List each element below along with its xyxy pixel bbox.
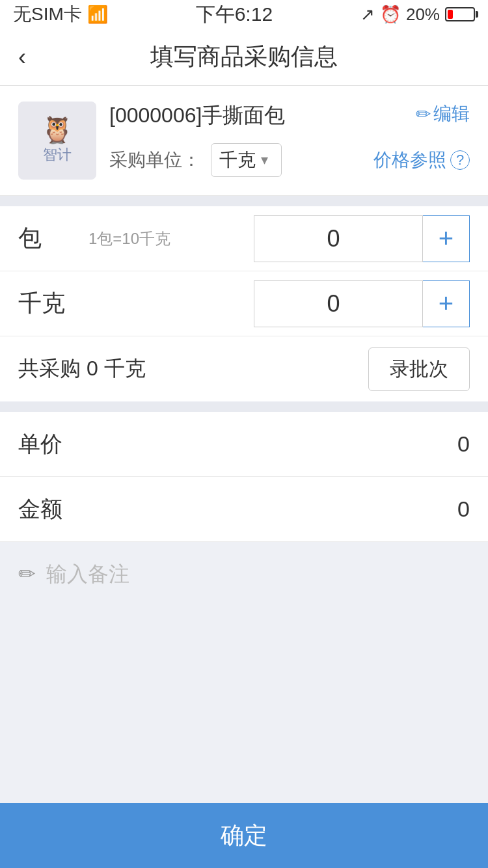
status-left: 无SIM卡 📶 [13, 2, 108, 27]
price-ref-help-icon: ? [450, 150, 470, 170]
product-card: 🦉 智计 [0000006]手撕面包 ✏ 编辑 采购单位： 千克 ▾ 价格参照 … [0, 86, 488, 196]
unit-price-row: 单价 0 [0, 412, 488, 477]
bag-plus-button[interactable]: + [423, 215, 470, 262]
bag-sublabel: 1包=10千克 [88, 228, 254, 249]
confirm-label: 确定 [221, 820, 267, 852]
unit-dropdown-arrow: ▾ [261, 152, 268, 169]
bag-input-wrapper: + [254, 215, 470, 262]
price-ref-label: 价格参照 [373, 148, 446, 172]
carrier-text: 无SIM卡 [13, 2, 82, 27]
section-divider-1 [0, 196, 488, 206]
unit-label: 采购单位： [109, 148, 200, 172]
bag-quantity-row: 包 1包=10千克 + [0, 206, 488, 271]
section-divider-2 [0, 401, 488, 412]
kg-plus-button[interactable]: + [423, 280, 470, 327]
battery-percent: 20% [406, 5, 440, 25]
back-button[interactable]: ‹ [18, 44, 26, 71]
unit-price-label: 单价 [18, 429, 62, 459]
unit-value: 千克 [219, 148, 256, 172]
time-display: 下午6:12 [196, 1, 273, 28]
product-info: [0000006]手撕面包 ✏ 编辑 采购单位： 千克 ▾ 价格参照 ? [109, 102, 470, 177]
kg-quantity-input[interactable] [254, 280, 423, 327]
bag-label: 包 [18, 223, 83, 254]
price-ref-button[interactable]: 价格参照 ? [373, 148, 470, 172]
alarm-icon: ⏰ [380, 5, 401, 25]
status-right: ↗ ⏰ 20% [360, 5, 475, 25]
product-image: 🦉 智计 [18, 102, 96, 180]
kg-quantity-row: 千克 + [0, 271, 488, 336]
edit-icon: ✏ [416, 103, 431, 125]
edit-button[interactable]: ✏ 编辑 [416, 102, 470, 126]
unit-price-value: 0 [457, 431, 470, 457]
product-id: [0000006] [109, 103, 202, 127]
product-name-text: 手撕面包 [202, 103, 285, 127]
edit-label: 编辑 [433, 102, 470, 126]
note-placeholder-text: 输入备注 [46, 560, 129, 589]
unit-select[interactable]: 千克 ▾ [211, 143, 282, 177]
confirm-button[interactable]: 确定 [0, 803, 488, 868]
total-row: 共采购 0 千克 录批次 [0, 336, 488, 401]
amount-value: 0 [457, 496, 470, 522]
product-logo-icon: 🦉 [41, 116, 74, 142]
batch-record-button[interactable]: 录批次 [368, 347, 470, 391]
product-name: [0000006]手撕面包 [109, 102, 416, 130]
kg-input-wrapper: + [254, 280, 470, 327]
bag-quantity-input[interactable] [254, 215, 423, 262]
pencil-icon: ✏ [18, 562, 36, 586]
product-unit-row: 采购单位： 千克 ▾ 价格参照 ? [109, 143, 470, 177]
amount-row: 金额 0 [0, 477, 488, 542]
wifi-icon: 📶 [87, 5, 108, 25]
note-area[interactable]: ✏ 输入备注 [0, 542, 488, 633]
location-icon: ↗ [360, 5, 375, 25]
battery-icon [445, 7, 475, 21]
nav-bar: ‹ 填写商品采购信息 [0, 29, 488, 86]
amount-label: 金额 [18, 495, 62, 524]
product-header: [0000006]手撕面包 ✏ 编辑 [109, 102, 470, 130]
price-section: 单价 0 金额 0 [0, 412, 488, 542]
kg-label: 千克 [18, 288, 83, 319]
status-bar: 无SIM卡 📶 下午6:12 ↗ ⏰ 20% [0, 0, 488, 29]
page-title: 填写商品采购信息 [150, 41, 338, 73]
input-section: 包 1包=10千克 + 千克 + [0, 206, 488, 336]
product-logo-text: 智计 [43, 145, 72, 165]
total-label: 共采购 0 千克 [18, 355, 146, 383]
